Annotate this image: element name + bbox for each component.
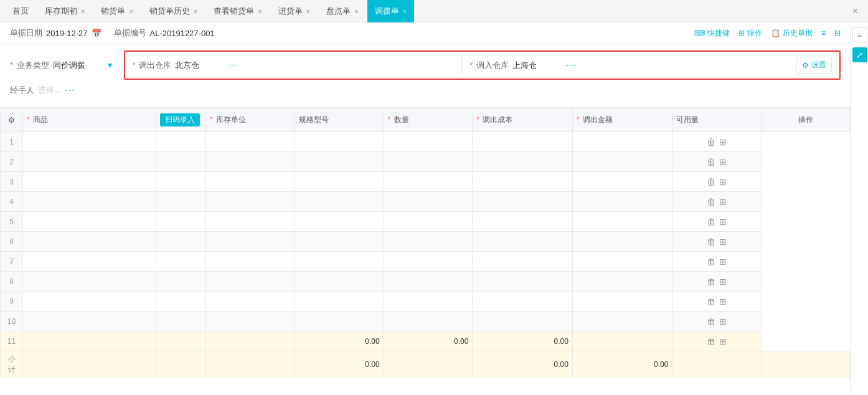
tab-sales-history[interactable]: 销货单历史 × <box>142 0 205 22</box>
unit-cell-5[interactable] <box>156 212 206 232</box>
available-cell-10[interactable] <box>572 312 672 331</box>
unit-cell-8[interactable] <box>156 272 206 292</box>
cost-cell-6[interactable] <box>384 232 473 252</box>
quantity-cell-3[interactable] <box>295 172 384 192</box>
product-cell-9[interactable] <box>23 292 156 312</box>
spec-cell-8[interactable] <box>206 272 295 292</box>
product-cell-10[interactable] <box>23 312 156 331</box>
tab-stocktake[interactable]: 盘点单 × <box>319 0 366 22</box>
subtotal-spec-cell[interactable] <box>206 331 295 351</box>
quantity-cell-7[interactable] <box>295 252 384 272</box>
delete-row-6-button[interactable]: 🗑 <box>707 237 715 247</box>
tab-stocktake-close[interactable]: × <box>354 7 358 15</box>
delete-row-5-button[interactable]: 🗑 <box>707 217 715 227</box>
cost-cell-1[interactable] <box>384 132 473 152</box>
spec-cell-10[interactable] <box>206 312 295 331</box>
gear-icon[interactable]: ⚙ <box>8 116 15 125</box>
product-cell-2[interactable] <box>23 152 156 172</box>
quantity-cell-5[interactable] <box>295 212 384 232</box>
quantity-cell-4[interactable] <box>295 192 384 212</box>
tab-check-sales-close[interactable]: × <box>258 7 262 15</box>
copy-row-11-button[interactable]: ⊞ <box>719 336 727 346</box>
delete-row-11-button[interactable]: 🗑 <box>707 336 715 346</box>
delete-row-1-button[interactable]: 🗑 <box>707 137 715 147</box>
available-cell-1[interactable] <box>572 132 672 152</box>
amount-cell-2[interactable] <box>473 152 573 172</box>
cost-cell-2[interactable] <box>384 152 473 172</box>
subtotal-product-cell[interactable] <box>23 331 156 351</box>
available-cell-8[interactable] <box>572 272 672 292</box>
transfer-in-more-button[interactable]: ··· <box>566 60 576 71</box>
tab-sales-order[interactable]: 销货单 × <box>93 0 140 22</box>
available-cell-3[interactable] <box>572 172 672 192</box>
product-cell-1[interactable] <box>23 132 156 152</box>
copy-row-5-button[interactable]: ⊞ <box>719 217 727 227</box>
subtotal-unit-cell[interactable] <box>156 331 206 351</box>
product-cell-5[interactable] <box>23 212 156 232</box>
copy-row-1-button[interactable]: ⊞ <box>719 137 727 147</box>
quantity-cell-8[interactable] <box>295 272 384 292</box>
tab-inventory-init[interactable]: 库存期初 × <box>37 0 92 22</box>
unit-cell-4[interactable] <box>156 192 206 212</box>
tab-transfer[interactable]: 调拨单 × <box>367 0 414 22</box>
available-cell-4[interactable] <box>572 192 672 212</box>
amount-cell-7[interactable] <box>473 252 573 272</box>
transfer-out-more-button[interactable]: ··· <box>229 60 238 71</box>
unit-cell-9[interactable] <box>156 292 206 312</box>
unit-cell-6[interactable] <box>156 232 206 252</box>
amount-cell-5[interactable] <box>473 212 573 232</box>
cost-cell-3[interactable] <box>384 172 473 192</box>
tab-transfer-close[interactable]: × <box>403 7 407 15</box>
business-type-dropdown[interactable]: ▼ <box>106 61 114 70</box>
product-cell-4[interactable] <box>23 192 156 212</box>
operations-button[interactable]: ⊞ 操作 <box>738 28 762 39</box>
spec-cell-6[interactable] <box>206 232 295 252</box>
copy-row-4-button[interactable]: ⊞ <box>719 197 727 207</box>
scan-button[interactable]: 扫码录入 <box>160 113 200 126</box>
tab-purchase-order[interactable]: 进货单 × <box>271 0 318 22</box>
subtotal-available-cell[interactable] <box>572 331 672 351</box>
tab-home[interactable]: 首页 <box>5 0 36 22</box>
quantity-cell-10[interactable] <box>295 312 384 331</box>
copy-row-6-button[interactable]: ⊞ <box>719 237 727 247</box>
spec-cell-7[interactable] <box>206 252 295 272</box>
amount-cell-1[interactable] <box>473 132 573 152</box>
window-close-button[interactable]: × <box>847 6 863 17</box>
unit-cell-1[interactable] <box>156 132 206 152</box>
amount-cell-9[interactable] <box>473 292 573 312</box>
product-cell-8[interactable] <box>23 272 156 292</box>
tab-purchase-order-close[interactable]: × <box>306 7 310 15</box>
spec-cell-1[interactable] <box>206 132 295 152</box>
delete-row-8-button[interactable]: 🗑 <box>707 277 715 287</box>
history-button[interactable]: 📋 历史单据 <box>771 28 813 39</box>
delete-row-4-button[interactable]: 🗑 <box>707 197 715 207</box>
cost-cell-5[interactable] <box>384 212 473 232</box>
amount-cell-8[interactable] <box>473 272 573 292</box>
calendar-icon[interactable]: 📅 <box>92 29 101 38</box>
copy-row-2-button[interactable]: ⊞ <box>719 157 727 167</box>
layout-list-button[interactable]: ≡ <box>821 29 826 37</box>
transfer-out-value[interactable]: 北京仓 <box>175 60 225 71</box>
col-settings[interactable]: ⚙ <box>1 108 23 132</box>
quantity-cell-9[interactable] <box>295 292 384 312</box>
cost-cell-9[interactable] <box>384 292 473 312</box>
spec-cell-3[interactable] <box>206 172 295 192</box>
tab-check-sales[interactable]: 查看销货单 × <box>206 0 269 22</box>
right-panel-list-button[interactable]: ≡ <box>852 27 867 42</box>
copy-row-8-button[interactable]: ⊞ <box>719 277 727 287</box>
delete-row-2-button[interactable]: 🗑 <box>707 157 715 167</box>
amount-cell-6[interactable] <box>473 232 573 252</box>
product-cell-6[interactable] <box>23 232 156 252</box>
unit-cell-2[interactable] <box>156 152 206 172</box>
copy-row-10-button[interactable]: ⊞ <box>719 316 727 326</box>
unit-cell-3[interactable] <box>156 172 206 192</box>
spec-cell-2[interactable] <box>206 152 295 172</box>
quantity-cell-2[interactable] <box>295 152 384 172</box>
tab-sales-history-close[interactable]: × <box>194 7 197 15</box>
business-type-value[interactable]: 同价调拨 <box>53 60 103 71</box>
shortcuts-button[interactable]: ⌨ 快捷键 <box>694 28 730 39</box>
unit-cell-7[interactable] <box>156 252 206 272</box>
amount-cell-3[interactable] <box>473 172 573 192</box>
delete-row-7-button[interactable]: 🗑 <box>707 257 715 267</box>
available-cell-9[interactable] <box>572 292 672 312</box>
